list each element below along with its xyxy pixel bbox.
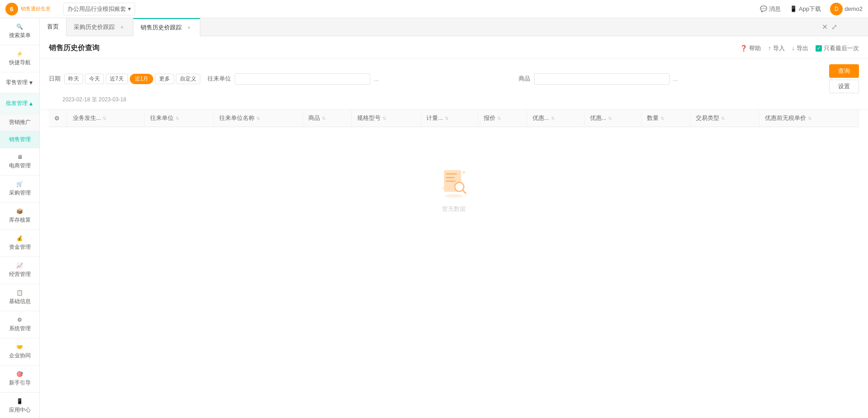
sidebar-item-ecommerce[interactable]: 🖥 电商管理 [0, 148, 39, 176]
date-buttons: 昨天 今天 近7天 近1月 更多 自定义 [64, 74, 200, 84]
product-dots[interactable]: ... [673, 76, 678, 82]
finance-icon: 💰 [16, 235, 23, 242]
table-settings-icon[interactable]: ⚙ [54, 115, 60, 122]
date-filter-group: 日期 昨天 今天 近7天 近1月 更多 自定义 [49, 74, 200, 84]
avatar: D [830, 3, 843, 15]
partner-input[interactable] [235, 73, 370, 85]
th-partner-code[interactable]: 往来单位 ⇅ [144, 109, 213, 127]
operations-icon: 📈 [16, 262, 23, 269]
app-selector[interactable]: 办公用品行业模拟账套 ▾ [63, 3, 135, 15]
import-button[interactable]: ↑ 导入 [768, 44, 785, 52]
date-label: 日期 [49, 75, 61, 83]
sidebar-item-purchase[interactable]: 🛒 采购管理 [0, 176, 39, 203]
sidebar-item-wholesale[interactable]: 批发管理 ▲ [0, 93, 39, 114]
sidebar-label-finance: 资金管理 [9, 243, 31, 251]
th-settings[interactable]: ⚙ [49, 109, 67, 127]
system-icon: ⚙ [17, 317, 22, 323]
sidebar-label-shortcut: 快捷导航 [9, 59, 31, 66]
shortcut-icon: ⚡ [16, 51, 23, 57]
date-btn-custom[interactable]: 自定义 [176, 74, 200, 84]
sidebar-item-basic[interactable]: 📋 基础信息 [0, 284, 39, 311]
retail-label: 零售管理 [6, 79, 28, 86]
settings-button[interactable]: 设置 [829, 80, 859, 93]
enterprise-icon: 🤝 [16, 344, 23, 350]
product-input[interactable] [534, 73, 670, 85]
sidebar-item-guide[interactable]: 🎯 新手引导 [0, 366, 39, 393]
message-icon: 💬 [760, 5, 767, 12]
close-all-icon[interactable]: ✕ [822, 23, 828, 31]
th-trade-type[interactable]: 交易类型 ⇅ [690, 109, 760, 127]
data-table: ⚙ 业务发生... ⇅ 往来单位 [49, 109, 859, 127]
product-filter-group: 商品 ... [519, 73, 822, 85]
import-label: 导入 [773, 44, 785, 52]
sidebar-item-retail[interactable]: 零售管理 ▼ [0, 72, 39, 93]
sidebar-label-operations: 经营管理 [9, 271, 31, 278]
th-unit[interactable]: 计量... ⇅ [420, 109, 478, 127]
svg-line-6 [462, 190, 466, 193]
basic-icon: 📋 [16, 290, 23, 296]
chevron-down-icon: ▾ [128, 5, 131, 12]
svg-point-8 [442, 187, 444, 189]
sort-icon-spec: ⇅ [382, 116, 386, 121]
sort-icon-quantity: ⇅ [660, 116, 664, 121]
date-btn-1month[interactable]: 近1月 [130, 74, 154, 84]
table-wrapper: ⚙ 业务发生... ⇅ 往来单位 [40, 109, 868, 127]
query-button[interactable]: 查询 [829, 64, 859, 78]
th-quantity[interactable]: 数量 ⇅ [642, 109, 690, 127]
import-icon: ↑ [768, 45, 771, 52]
th-business-date[interactable]: 业务发生... ⇅ [67, 109, 144, 127]
help-button[interactable]: ❓ 帮助 [740, 44, 761, 52]
svg-rect-3 [446, 177, 455, 178]
app-download-button[interactable]: 📱 App下载 [790, 5, 821, 13]
date-btn-more[interactable]: 更多 [155, 74, 174, 84]
sort-icon-discount2: ⇅ [608, 116, 612, 121]
sidebar-item-enterprise[interactable]: 🤝 企业协同 [0, 338, 39, 366]
th-pretax-price[interactable]: 优惠前无税单价 ⇅ [760, 109, 859, 127]
sales-tab-close[interactable]: × [185, 24, 193, 31]
sidebar-item-operations[interactable]: 📈 经营管理 [0, 257, 39, 284]
date-btn-yesterday[interactable]: 昨天 [64, 74, 83, 84]
user-menu[interactable]: D demo2 [830, 3, 863, 15]
maximize-icon[interactable]: ⤢ [831, 23, 837, 31]
th-spec[interactable]: 规格型号 ⇅ [352, 109, 421, 127]
ecommerce-icon: 🖥 [17, 154, 23, 160]
main-layout: 🔍 搜索菜单 ⚡ 快捷导航 零售管理 ▼ 批发管理 ▲ 营销推广 销售管理 🖥 … [0, 18, 868, 418]
partner-dots[interactable]: ... [374, 76, 379, 82]
app-download-label: App下载 [799, 5, 821, 13]
th-quoted-price[interactable]: 报价 ⇅ [478, 109, 527, 127]
date-btn-7days[interactable]: 近7天 [106, 74, 128, 84]
th-discount2[interactable]: 优惠... ⇅ [584, 109, 642, 127]
guide-icon: 🎯 [16, 371, 23, 377]
sidebar-item-inventory[interactable]: 📦 库存核算 [0, 203, 39, 230]
sidebar-item-marketing[interactable]: 营销推广 [0, 114, 39, 131]
sidebar-item-sales-mgmt[interactable]: 销售管理 [0, 131, 39, 148]
sidebar-item-finance[interactable]: 💰 资金管理 [0, 230, 39, 257]
message-label: 消息 [769, 5, 781, 13]
message-button[interactable]: 💬 消息 [760, 5, 781, 13]
purchase-tab-close[interactable]: × [118, 24, 126, 31]
only-last-label: 只看最后一次 [824, 44, 859, 52]
tab-sales[interactable]: 销售历史价跟踪 × [133, 18, 200, 36]
sort-icon-product: ⇅ [322, 116, 326, 121]
sidebar-item-system[interactable]: ⚙ 系统管理 [0, 311, 39, 338]
download-icon: 📱 [790, 5, 797, 12]
empty-icon [436, 163, 472, 200]
sidebar-label-basic: 基础信息 [9, 298, 31, 305]
date-btn-today[interactable]: 今天 [85, 74, 104, 84]
sales-mgmt-label: 销售管理 [9, 136, 31, 142]
export-label: 导出 [797, 44, 808, 52]
th-partner-name[interactable]: 往来单位名称 ⇅ [213, 109, 302, 127]
tab-purchase[interactable]: 采购历史价跟踪 × [66, 18, 133, 36]
tab-bar-actions: ✕ ⤢ [822, 23, 841, 31]
sidebar-item-app-center[interactable]: 📱 应用中心 [0, 393, 39, 418]
th-product[interactable]: 商品 ⇅ [303, 109, 352, 127]
tab-home[interactable]: 首页 [40, 18, 66, 36]
app-selector-label: 办公用品行业模拟账套 [67, 5, 126, 13]
th-discount1[interactable]: 优惠... ⇅ [527, 109, 584, 127]
filter-area: 日期 昨天 今天 近7天 近1月 更多 自定义 往来单位 .. [40, 59, 868, 109]
only-last-checkbox[interactable]: ✓ 只看最后一次 [816, 44, 859, 52]
export-button[interactable]: ↓ 导出 [792, 44, 809, 52]
sidebar-item-shortcut[interactable]: ⚡ 快捷导航 [0, 45, 39, 72]
sidebar-item-search[interactable]: 🔍 搜索菜单 [0, 18, 39, 45]
table-header-row: ⚙ 业务发生... ⇅ 往来单位 [49, 109, 859, 127]
